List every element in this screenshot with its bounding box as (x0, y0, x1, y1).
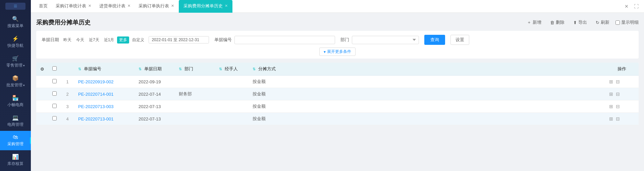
row-gear (36, 88, 48, 100)
col-handler[interactable]: ⇅ 经手人 (215, 63, 249, 76)
row-date: 2022-07-13 (135, 100, 175, 113)
row-order-no[interactable]: PE-20220713-003 (74, 100, 135, 113)
edit-icon[interactable]: ⊞ (609, 91, 613, 97)
row-dept (175, 113, 215, 125)
order-no-input[interactable] (234, 36, 335, 44)
table-header-row: ⚙ ⇅ 单据编号 ⇅ 单据日期 (36, 63, 639, 76)
col-date[interactable]: ⇅ 单据日期 (135, 63, 175, 76)
search-icon: 🔍 (12, 16, 19, 22)
action-group: ⊞ ⊟ (609, 91, 635, 97)
date-1month-btn[interactable]: 近1月 (102, 36, 116, 44)
row-checkbox[interactable] (52, 79, 57, 83)
tab-maximize-btn[interactable]: ⛶ (633, 3, 640, 10)
table-row: 3 PE-20220713-003 2022-07-13 按金额 ⊞ ⊟ (36, 100, 639, 113)
row-actions: ⊞ ⊟ (605, 88, 639, 100)
row-date: 2022-07-14 (135, 88, 175, 100)
row-checkbox-cell[interactable] (48, 113, 61, 125)
select-all-checkbox[interactable] (52, 66, 57, 71)
tab-label: 采购费用分摊单历史 (183, 3, 223, 9)
tab-purchase-cost-history[interactable]: 采购费用分摊单历史 ✕ (179, 0, 232, 13)
more-actions-icon[interactable]: ⊟ (616, 91, 620, 97)
dept-label: 部门 (340, 37, 349, 43)
col-order-no[interactable]: ⇅ 单据编号 (74, 63, 135, 76)
row-checkbox-cell[interactable] (48, 88, 61, 100)
date-custom-btn[interactable]: 自定义 (130, 36, 146, 44)
expand-conditions-button[interactable]: ▾ 展开更多条件 (319, 48, 356, 56)
tab-close-window-btn[interactable]: ✕ (623, 3, 630, 10)
row-checkbox[interactable] (52, 104, 57, 108)
show-cols-label: 显示明细 (621, 19, 639, 25)
col-checkbox (48, 63, 61, 76)
row-checkbox-cell[interactable] (48, 76, 61, 88)
order-no-link[interactable]: PE-20220919-002 (78, 79, 114, 84)
row-order-no[interactable]: PE-20220919-002 (74, 76, 135, 88)
more-actions-icon[interactable]: ⊟ (616, 79, 620, 84)
row-checkbox[interactable] (52, 116, 57, 120)
sidebar-item-ecommerce[interactable]: 💻 电商管理 (0, 111, 31, 131)
edit-icon[interactable]: ⊞ (609, 116, 613, 121)
sidebar-item-quick-nav[interactable]: ⚡ 快捷导航 (0, 32, 31, 52)
delete-button[interactable]: 🗑 删除 (547, 18, 567, 27)
sidebar-item-retail[interactable]: 🛒 零售管理 ▾ (0, 52, 31, 72)
delete-icon: 🗑 (550, 20, 554, 25)
date-more-btn[interactable]: 更多 (117, 36, 129, 44)
sidebar-item-label: 快捷导航 (7, 43, 23, 49)
row-checkbox-cell[interactable] (48, 100, 61, 113)
toolbar: ＋ 新增 🗑 删除 ⬆ 导出 ↻ 刷新 显示明细 (524, 18, 639, 27)
tab-close-icon[interactable]: ✕ (127, 4, 130, 8)
add-button[interactable]: ＋ 新增 (524, 18, 544, 27)
col-dept[interactable]: ⇅ 部门 (175, 63, 215, 76)
expand-row: ▾ 展开更多条件 (42, 48, 633, 56)
row-split-method: 按金额 (249, 76, 605, 88)
row-date: 2022-07-13 (135, 113, 175, 125)
col-split-method[interactable]: ⇅ 分摊方式 (249, 63, 605, 76)
row-num: 3 (61, 100, 74, 113)
dept-select[interactable]: 财务部 (352, 36, 419, 44)
refresh-button[interactable]: ↻ 刷新 (593, 18, 612, 27)
more-actions-icon[interactable]: ⊟ (616, 116, 620, 121)
tab-close-icon[interactable]: ✕ (88, 4, 91, 8)
sort-icon: ⇅ (253, 67, 256, 71)
sidebar-item-inventory[interactable]: 📊 库存核算 (0, 150, 31, 170)
row-gear (36, 76, 48, 88)
col-handler-label: 经手人 (225, 66, 238, 71)
sidebar-item-purchase[interactable]: 🛍 采购管理 (0, 131, 31, 150)
row-split-method: 按金额 (249, 88, 605, 100)
query-button[interactable]: 查询 (424, 35, 445, 45)
show-cols-checkbox[interactable] (615, 20, 620, 25)
tab-purchase-order-summary[interactable]: 采购订单统计表 ✕ (52, 0, 95, 13)
sidebar-item-label: 电商管理 (7, 122, 23, 127)
sidebar-item-search[interactable]: 🔍 搜索菜单 (0, 12, 31, 32)
tab-close-icon[interactable]: ✕ (225, 4, 228, 8)
order-no-link[interactable]: PE-20220713-001 (78, 116, 114, 121)
tab-purchase-order-exec[interactable]: 采购订单执行表 ✕ (135, 0, 178, 13)
action-group: ⊞ ⊟ (609, 116, 635, 121)
tab-home[interactable]: 首页 (35, 0, 52, 13)
edit-icon[interactable]: ⊞ (609, 104, 613, 109)
date-7days-btn[interactable]: 近7天 (87, 36, 101, 44)
tab-home-label: 首页 (39, 3, 48, 9)
expand-label: 展开更多条件 (327, 49, 351, 55)
show-cols-toggle[interactable]: 显示明细 (615, 19, 639, 25)
date-today-btn[interactable]: 今天 (74, 36, 86, 44)
sidebar-item-mini-shop[interactable]: 🏪 小畅电商 (0, 91, 31, 111)
tab-controls: ✕ ⛶ (623, 3, 640, 10)
order-no-link[interactable]: PE-20220713-003 (78, 104, 114, 109)
col-gear[interactable]: ⚙ (36, 63, 48, 76)
row-checkbox[interactable] (52, 91, 57, 96)
export-button[interactable]: ⬆ 导出 (571, 18, 590, 27)
row-order-no[interactable]: PE-20220713-001 (74, 113, 135, 125)
sidebar-item-label: 搜索菜单 (7, 23, 23, 29)
tab-purchase-receipt-summary[interactable]: 进货单统计表 ✕ (95, 0, 135, 13)
settings-button[interactable]: 设置 (450, 35, 469, 45)
order-no-link[interactable]: PE-20220714-001 (78, 92, 114, 97)
row-order-no[interactable]: PE-20220714-001 (74, 88, 135, 100)
date-yesterday-btn[interactable]: 昨天 (62, 36, 73, 44)
sidebar-item-wholesale[interactable]: 📦 批发管理 ▾ (0, 72, 31, 91)
date-shortcut-group: 昨天 今天 近7天 近1月 更多 自定义 (62, 36, 146, 44)
edit-icon[interactable]: ⊞ (609, 79, 613, 84)
tab-close-icon[interactable]: ✕ (171, 4, 174, 8)
date-range-input[interactable] (149, 36, 209, 44)
table-container: ⚙ ⇅ 单据编号 ⇅ 单据日期 (36, 63, 639, 125)
more-actions-icon[interactable]: ⊟ (616, 104, 620, 109)
